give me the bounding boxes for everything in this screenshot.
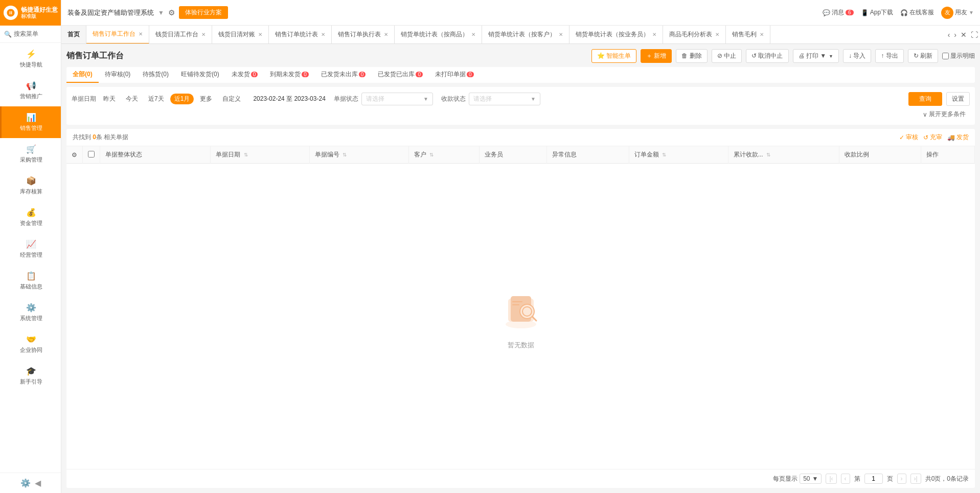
export-btn[interactable]: ↑ 导出 <box>875 49 903 63</box>
tab-next-icon[interactable]: › <box>952 31 959 39</box>
sales-icon: 📊 <box>26 113 36 122</box>
show-detail-checkbox[interactable] <box>942 53 949 59</box>
tab-sales-unified-product[interactable]: 销货单统计表（按商品） ✕ <box>395 26 482 44</box>
filter-tab-all[interactable]: 全部(0) <box>66 67 99 83</box>
th-number[interactable]: 单据编号 ⇅ <box>310 146 409 164</box>
sidebar-item-purchase[interactable]: 🛒 采购管理 <box>0 138 61 170</box>
page-next-btn[interactable]: › <box>897 474 906 484</box>
print-btn[interactable]: 🖨 打印 ▼ <box>793 49 839 63</box>
settings-bottom-icon[interactable]: ⚙️ <box>20 478 31 488</box>
select-all-checkbox[interactable] <box>88 151 95 158</box>
tab-close-unified-product[interactable]: ✕ <box>471 32 475 37</box>
tab-close-cash-daily[interactable]: ✕ <box>201 32 206 37</box>
sidebar-search-item[interactable]: 🔍 搜索菜单 <box>0 26 61 43</box>
tab-close-sales-gross[interactable]: ✕ <box>760 32 764 37</box>
page-number-input[interactable] <box>864 474 883 484</box>
sidebar-item-sales[interactable]: 📊 销售管理 <box>0 106 61 138</box>
message-action[interactable]: 💬 消息 6 <box>823 8 854 17</box>
sidebar-item-finance[interactable]: 💰 资金管理 <box>0 201 61 233</box>
th-amount[interactable]: 订单金额 ⇅ <box>629 146 728 164</box>
tab-expand-icon[interactable]: ⛶ <box>969 31 980 39</box>
expand-conditions-btn[interactable]: ∨ 展开更多条件 <box>919 109 970 120</box>
filter-tab-shipped-not-out[interactable]: 已发货未出库0 <box>315 67 372 83</box>
message-badge: 6 <box>846 10 854 15</box>
refresh-btn[interactable]: ↻ 刷新 <box>908 49 938 63</box>
sidebar-item-system[interactable]: ⚙️ 系统管理 <box>0 297 61 328</box>
sidebar-item-cooperation[interactable]: 🤝 企业协同 <box>0 328 61 360</box>
online-service-action[interactable]: 🎧 在线客服 <box>900 8 934 17</box>
audit-icon: ✓ <box>899 134 904 141</box>
sidebar-item-quick-nav[interactable]: ⚡ 快捷导航 <box>0 43 61 75</box>
tab-home[interactable]: 首页 <box>61 26 86 44</box>
date-chip-today[interactable]: 今天 <box>122 94 142 104</box>
app-download-action[interactable]: 📱 App下载 <box>861 8 893 17</box>
ai-generate-btn[interactable]: ⭐ 智能生单 <box>591 49 636 63</box>
logo-icon <box>4 6 18 20</box>
industry-btn[interactable]: 体验行业方案 <box>179 6 228 19</box>
tab-prev-icon[interactable]: ‹ <box>946 31 952 39</box>
cancel-stop-btn[interactable]: ↺ 取消中止 <box>746 49 788 63</box>
tab-sales-unified-customer[interactable]: 销货单统计表（按客户） ✕ <box>482 26 569 44</box>
date-chip-7days[interactable]: 近7天 <box>144 94 168 104</box>
tab-close-sales-stat[interactable]: ✕ <box>321 32 325 37</box>
payment-select[interactable]: 请选择 ▼ <box>469 93 540 105</box>
date-chip-1month[interactable]: 近1月 <box>170 94 194 104</box>
tab-margin-analysis[interactable]: 商品毛利分析表 ✕ <box>663 26 726 44</box>
page-prev-btn[interactable]: ‹ <box>841 474 850 484</box>
filter-tab-pending-review[interactable]: 待审核(0) <box>99 67 137 83</box>
import-btn[interactable]: ↓ 导入 <box>843 49 871 63</box>
filter-tab-wangpu[interactable]: 旺铺待发货(0) <box>175 67 225 83</box>
th-collected[interactable]: 累计收款... ⇅ <box>728 146 839 164</box>
tab-sales-stat[interactable]: 销售订单统计表 ✕ <box>269 26 332 44</box>
system-name: 装备及固定资产辅助管理系统 <box>67 8 154 17</box>
th-settings[interactable]: ⚙ <box>66 146 83 164</box>
page-last-btn[interactable]: ›| <box>910 474 921 484</box>
sidebar-item-basic[interactable]: 📋 基础信息 <box>0 265 61 297</box>
add-btn[interactable]: ＋ 新增 <box>641 49 672 63</box>
delete-btn[interactable]: 🗑 删除 <box>676 49 707 63</box>
tab-close-sales-order[interactable]: ✕ <box>139 31 143 37</box>
date-chip-custom[interactable]: 自定义 <box>218 94 245 104</box>
sidebar-item-inventory[interactable]: 📦 库存核算 <box>0 170 61 201</box>
sidebar-item-guide[interactable]: 🎓 新手引导 <box>0 360 61 392</box>
page-size-box[interactable]: 50 ▼ <box>800 474 822 484</box>
filter-tab-not-shipped[interactable]: 未发货0 <box>225 67 264 83</box>
stop-btn[interactable]: ⊘ 中止 <box>712 49 742 63</box>
tab-close-unified-customer[interactable]: ✕ <box>559 32 563 37</box>
th-date[interactable]: 单据日期 ⇅ <box>211 146 310 164</box>
tab-close-unified-staff[interactable]: ✕ <box>652 32 656 37</box>
filter-tab-shipped-out[interactable]: 已发货已出库0 <box>372 67 429 83</box>
status-select[interactable]: 请选择 ▼ <box>361 93 433 105</box>
settings-icon[interactable]: ⚙ <box>168 8 175 17</box>
filter-tab-pending-inspection[interactable]: 待拣货(0) <box>136 67 175 83</box>
page-first-btn[interactable]: |‹ <box>826 474 836 484</box>
settings-btn[interactable]: 设置 <box>946 92 970 106</box>
tab-sales-gross[interactable]: 销售毛利 ✕ <box>726 26 770 44</box>
ship-action[interactable]: 🚚 发货 <box>947 133 969 142</box>
tab-close-sales-exec[interactable]: ✕ <box>384 32 388 37</box>
tab-close-all-icon[interactable]: ✕ <box>959 31 969 39</box>
th-customer[interactable]: 客户 ⇅ <box>408 146 479 164</box>
date-chip-more[interactable]: 更多 <box>196 94 216 104</box>
show-detail-label[interactable]: 显示明细 <box>942 52 975 60</box>
date-chip-yesterday[interactable]: 昨天 <box>99 94 120 104</box>
audit-action[interactable]: ✓ 审核 <box>899 133 918 142</box>
tab-sales-exec[interactable]: 销售订单执行表 ✕ <box>332 26 395 44</box>
sidebar-item-operations[interactable]: 📈 经营管理 <box>0 233 61 265</box>
collapse-icon[interactable]: ◀ <box>35 478 41 488</box>
sidebar-item-marketing[interactable]: 📢 营销推广 <box>0 75 61 106</box>
tab-sales-order[interactable]: 销售订单工作台 ✕ <box>86 26 149 44</box>
table-actions: ✓ 审核 ↺ 充审 🚚 发货 <box>899 133 969 142</box>
user-menu[interactable]: 友 用友 ▼ <box>941 7 974 19</box>
query-btn[interactable]: 查询 <box>908 92 942 106</box>
tab-close-cash-reconcile[interactable]: ✕ <box>258 32 262 37</box>
th-checkbox[interactable] <box>83 146 100 164</box>
th-operation: 操作 <box>921 146 975 164</box>
filter-tab-not-printed[interactable]: 未打印单据0 <box>429 67 480 83</box>
tab-cash-reconcile[interactable]: 钱货日清对账 ✕ <box>212 26 269 44</box>
tab-cash-daily[interactable]: 钱货日清工作台 ✕ <box>149 26 212 44</box>
tab-close-margin-analysis[interactable]: ✕ <box>715 32 719 37</box>
tab-sales-unified-staff[interactable]: 销货单统计表（按业务员） ✕ <box>569 26 663 44</box>
filter-tab-overdue[interactable]: 到期未发货0 <box>264 67 315 83</box>
cancel-audit-action[interactable]: ↺ 充审 <box>923 133 942 142</box>
